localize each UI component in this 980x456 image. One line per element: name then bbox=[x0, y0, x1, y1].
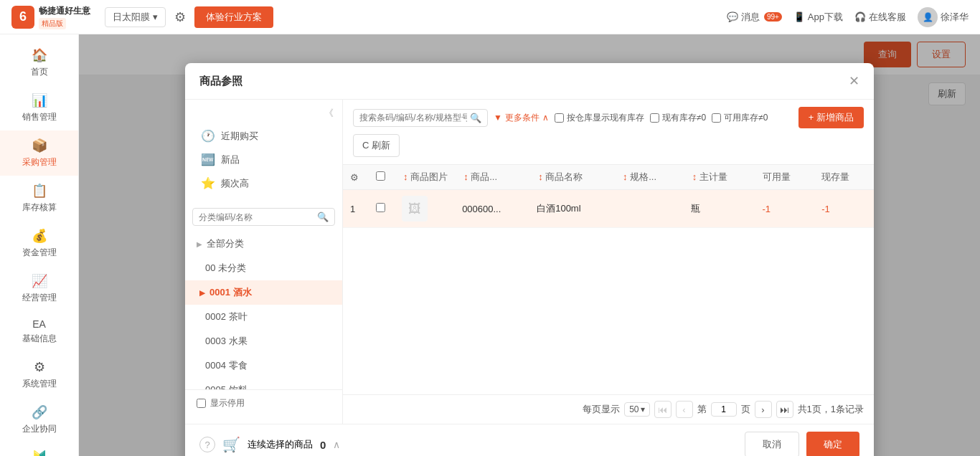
page-input[interactable] bbox=[711, 402, 737, 417]
sidebar-item-finance[interactable]: 💰 资金管理 bbox=[0, 221, 78, 266]
sidebar-item-guide[interactable]: 🔰 新手引导 bbox=[0, 442, 78, 456]
modal-header: 商品参照 ✕ bbox=[185, 63, 874, 100]
user-item[interactable]: 👤 徐泽华 bbox=[918, 7, 969, 27]
footer-collapse-icon[interactable]: ∧ bbox=[333, 439, 340, 450]
sidebar-item-basic[interactable]: EA 基础信息 bbox=[0, 311, 78, 352]
logo-icon: 6 bbox=[11, 6, 34, 29]
warehouse-display-checkbox-label[interactable]: 按仓库显示现有库存 bbox=[555, 112, 644, 124]
logo-text: 畅捷通好生意 精品版 bbox=[39, 5, 90, 29]
help-icon[interactable]: ? bbox=[199, 437, 215, 452]
category-fruit[interactable]: 0003 水果 bbox=[185, 329, 342, 353]
category-all[interactable]: ▶ 全部分类 bbox=[185, 232, 342, 256]
content-area: 查询 设置 刷新 商品参照 ✕ 《 bbox=[79, 34, 980, 456]
sidebar-item-purchase[interactable]: 📦 采购管理 bbox=[0, 130, 78, 176]
table-header-row: ⚙ ↕ 商品图片 ↕ 商品... bbox=[343, 165, 874, 190]
sidebar-item-operations[interactable]: 📈 经营管理 bbox=[0, 266, 78, 311]
frequent-label: 频次高 bbox=[221, 177, 249, 190]
first-page-button[interactable]: ⏮ bbox=[654, 401, 672, 418]
basic-icon: EA bbox=[32, 318, 46, 330]
warehouse-display-checkbox[interactable] bbox=[555, 113, 564, 123]
continuous-label: 连续选择的商品 bbox=[248, 438, 313, 451]
th-spec[interactable]: ↕ 规格... bbox=[614, 165, 684, 190]
category-liquor[interactable]: ▶ 0001 酒水 bbox=[185, 280, 342, 305]
per-page-select[interactable]: 50 ▾ bbox=[624, 402, 649, 417]
sidebar-item-system[interactable]: ⚙ 系统管理 bbox=[0, 352, 78, 397]
th-name[interactable]: ↕ 商品名称 bbox=[529, 165, 614, 190]
th-stock[interactable]: 现存量 bbox=[814, 165, 874, 190]
category-all-label: 全部分类 bbox=[207, 237, 244, 250]
footer-right: 取消 确定 bbox=[745, 432, 859, 456]
existing-stock-checkbox[interactable] bbox=[650, 113, 659, 123]
warehouse-display-label: 按仓库显示现有库存 bbox=[567, 112, 644, 124]
message-nav-item[interactable]: 💬 消息 99+ bbox=[727, 11, 782, 24]
headset-icon: 🎧 bbox=[854, 11, 866, 22]
settings-icon[interactable]: ⚙ bbox=[350, 172, 359, 183]
sidebar-item-sales[interactable]: 📊 销售管理 bbox=[0, 85, 78, 130]
frequent-item[interactable]: ⭐ 频次高 bbox=[192, 171, 335, 195]
confirm-button[interactable]: 确定 bbox=[806, 432, 859, 456]
th-code[interactable]: ↕ 商品... bbox=[455, 165, 529, 190]
more-filter-button[interactable]: ▼ 更多条件 ∧ bbox=[494, 112, 549, 124]
th-available[interactable]: 可用量 bbox=[755, 165, 815, 190]
th-unit[interactable]: ↕ 主计量 bbox=[684, 165, 755, 190]
modal-close-button[interactable]: ✕ bbox=[849, 73, 859, 89]
category-snack[interactable]: 0004 零食 bbox=[185, 353, 342, 378]
col-code-label: 商品... bbox=[471, 171, 497, 182]
category-tea[interactable]: 0002 茶叶 bbox=[185, 305, 342, 329]
row-checkbox[interactable] bbox=[376, 203, 385, 212]
category-search-box[interactable]: 🔍 bbox=[192, 208, 335, 226]
message-label: 消息 bbox=[741, 11, 760, 24]
last-page-button[interactable]: ⏭ bbox=[776, 401, 793, 418]
add-product-button[interactable]: + 新增商品 bbox=[798, 107, 864, 128]
col-image-label: 商品图片 bbox=[410, 171, 448, 182]
sort-icon-code: ↕ bbox=[463, 171, 468, 182]
cancel-button[interactable]: 取消 bbox=[745, 432, 799, 456]
home-icon: 🏠 bbox=[32, 47, 47, 63]
username: 徐泽华 bbox=[941, 11, 969, 24]
modal-footer: ? 🛒 连续选择的商品 0 ∧ 取消 确定 bbox=[185, 424, 874, 456]
search-icon: 🔍 bbox=[317, 212, 329, 222]
gear-icon[interactable]: ⚙ bbox=[174, 9, 186, 25]
store-selector[interactable]: 日太阳膜 ▾ bbox=[105, 7, 166, 27]
trial-button[interactable]: 体验行业方案 bbox=[194, 6, 273, 28]
existing-stock-checkbox-label[interactable]: 现有库存≠0 bbox=[650, 112, 706, 124]
prev-page-button[interactable]: ‹ bbox=[676, 401, 693, 418]
collapse-left-button[interactable]: 《 bbox=[324, 107, 334, 120]
page-end-label: 页 bbox=[741, 403, 750, 416]
left-panel: 《 🕐 近期购买 🆕 新品 ⭐ 频次高 bbox=[185, 100, 343, 424]
next-page-button[interactable]: › bbox=[755, 401, 772, 418]
category-search-input[interactable] bbox=[199, 212, 317, 222]
app-label: App下载 bbox=[808, 11, 843, 24]
col-spec-label: 规格... bbox=[630, 171, 656, 182]
category-beverage[interactable]: 0005 饮料 bbox=[185, 378, 342, 389]
purchase-icon: 📦 bbox=[32, 138, 47, 153]
sidebar-label-basic: 基础信息 bbox=[22, 333, 57, 345]
row-checkbox-cell[interactable] bbox=[369, 190, 395, 228]
select-all-checkbox[interactable] bbox=[376, 171, 385, 181]
collab-icon: 🔗 bbox=[32, 404, 47, 420]
new-products-item[interactable]: 🆕 新品 bbox=[192, 148, 335, 171]
total-records-label: 共1页，1条记录 bbox=[798, 403, 864, 416]
refresh-button[interactable]: C 刷新 bbox=[353, 134, 400, 157]
available-stock-checkbox[interactable] bbox=[712, 113, 721, 123]
product-search-bar[interactable]: 🔍 bbox=[353, 109, 488, 127]
sidebar-item-home[interactable]: 🏠 首页 bbox=[0, 40, 78, 85]
th-settings: ⚙ bbox=[343, 165, 369, 190]
sidebar-item-inventory[interactable]: 📋 库存核算 bbox=[0, 176, 78, 221]
app-download-item[interactable]: 📱 App下载 bbox=[793, 11, 843, 24]
category-0005-label: 0005 饮料 bbox=[205, 384, 248, 389]
nav-right: 💬 消息 99+ 📱 App下载 🎧 在线客服 👤 徐泽华 bbox=[727, 7, 969, 27]
category-0001-label: 0001 酒水 bbox=[209, 286, 252, 299]
show-disabled-checkbox[interactable] bbox=[197, 399, 206, 408]
service-item[interactable]: 🎧 在线客服 bbox=[854, 11, 906, 24]
sidebar-item-collab[interactable]: 🔗 企业协同 bbox=[0, 397, 78, 442]
category-00-label: 00 未分类 bbox=[205, 262, 246, 275]
row-stock-cell: -1 bbox=[814, 190, 874, 228]
category-uncategorized[interactable]: 00 未分类 bbox=[185, 256, 342, 280]
recent-purchase-item[interactable]: 🕐 近期购买 bbox=[192, 124, 335, 148]
phone-icon: 📱 bbox=[793, 11, 805, 22]
available-stock-checkbox-label[interactable]: 可用库存≠0 bbox=[712, 112, 768, 124]
table-row[interactable]: 1 🖼 000600... 白酒100ml 瓶 -1 bbox=[343, 190, 874, 228]
product-search-input[interactable] bbox=[359, 113, 467, 123]
page-label: 第 bbox=[697, 403, 707, 416]
